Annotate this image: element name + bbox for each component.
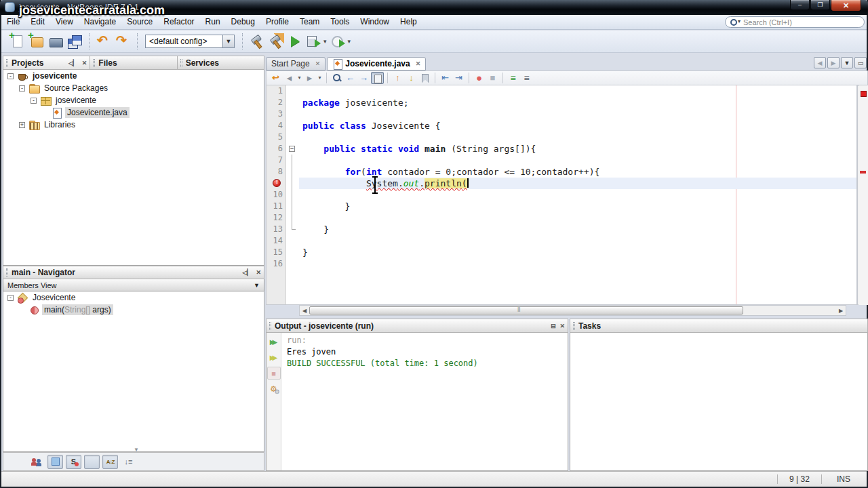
tree-item[interactable]: -josevicente bbox=[3, 94, 264, 106]
code-line[interactable]: 3 bbox=[267, 108, 856, 120]
open-project-icon[interactable] bbox=[47, 33, 64, 49]
expand-icon[interactable]: + bbox=[19, 122, 25, 128]
profile-icon[interactable] bbox=[330, 33, 347, 49]
sort-source-filter-icon[interactable] bbox=[121, 455, 136, 469]
fold-collapse-icon[interactable]: − bbox=[289, 146, 295, 152]
scroll-right-icon[interactable]: ▶ bbox=[827, 57, 840, 68]
next-occurrence-icon[interactable] bbox=[357, 72, 370, 84]
chevron-down-icon[interactable]: ▾ bbox=[323, 38, 327, 45]
error-indicator[interactable] bbox=[861, 91, 867, 97]
minimize-panel-icon[interactable]: ⊟ bbox=[551, 323, 556, 329]
code-line[interactable]: 2package josevicente; bbox=[267, 97, 856, 108]
find-icon[interactable] bbox=[330, 72, 343, 84]
scroll-left-icon[interactable]: ◀ bbox=[814, 57, 826, 68]
back-icon[interactable] bbox=[283, 72, 296, 84]
search-input[interactable]: Search (Ctrl+I) bbox=[743, 18, 792, 26]
non-public-filter-icon[interactable] bbox=[84, 455, 100, 469]
forward-icon[interactable] bbox=[303, 72, 316, 84]
tree-item[interactable]: -josevicente bbox=[3, 70, 264, 82]
menu-help[interactable]: Help bbox=[395, 15, 422, 29]
code-line[interactable]: 1 bbox=[267, 85, 856, 97]
uncomment-icon[interactable] bbox=[520, 72, 533, 84]
maximize-window-icon[interactable]: ▭ bbox=[854, 57, 867, 68]
tree-item[interactable]: +Libraries bbox=[3, 119, 264, 131]
menu-run[interactable]: Run bbox=[200, 15, 226, 29]
close-button[interactable]: ✕ bbox=[831, 0, 861, 12]
code-line[interactable]: 6− public static void main (String args[… bbox=[267, 143, 856, 155]
collapse-icon[interactable]: - bbox=[31, 98, 37, 104]
prev-occurrence-icon[interactable] bbox=[344, 72, 357, 84]
panel-tab-services[interactable]: Services bbox=[177, 56, 264, 70]
shift-left-icon[interactable] bbox=[439, 72, 452, 84]
tab-close-icon[interactable]: ✕ bbox=[416, 60, 421, 67]
static-filter-icon[interactable] bbox=[66, 455, 81, 469]
code-line[interactable]: 12 bbox=[267, 212, 856, 224]
chevron-down-icon[interactable]: ▾ bbox=[317, 72, 323, 84]
run-icon[interactable] bbox=[287, 33, 303, 49]
output-header[interactable]: Output - josevicente (run) ⊟ ✕ bbox=[266, 319, 568, 333]
new-file-icon[interactable] bbox=[9, 33, 26, 49]
code-line[interactable]: 10 bbox=[267, 189, 856, 201]
code-line[interactable]: 4public class Josevicente { bbox=[267, 120, 856, 131]
members-view-dropdown[interactable]: Members View ▼ bbox=[3, 279, 264, 291]
comment-icon[interactable] bbox=[507, 72, 519, 84]
scroll-left-icon[interactable]: ◀ bbox=[300, 306, 309, 315]
code-line[interactable]: 15} bbox=[267, 247, 856, 258]
code-line[interactable]: 13 } bbox=[267, 224, 856, 235]
tasks-header[interactable]: Tasks bbox=[570, 319, 868, 333]
new-project-icon[interactable] bbox=[28, 33, 45, 49]
undo-icon[interactable] bbox=[96, 33, 112, 49]
menu-window[interactable]: Window bbox=[355, 15, 395, 29]
prev-bookmark-icon[interactable] bbox=[391, 72, 404, 84]
code-line[interactable]: 7 bbox=[267, 155, 856, 166]
menu-profile[interactable]: Profile bbox=[260, 15, 294, 29]
tab-close-icon[interactable]: ✕ bbox=[315, 60, 321, 67]
menu-debug[interactable]: Debug bbox=[226, 15, 260, 29]
editor-tab-start-page[interactable]: Start Page✕ bbox=[266, 57, 326, 70]
collapse-grip-icon[interactable]: ▼ bbox=[134, 447, 139, 453]
next-bookmark-icon[interactable] bbox=[405, 72, 418, 84]
minimize-button[interactable]: – bbox=[790, 0, 810, 10]
close-panel-icon[interactable]: ✕ bbox=[82, 60, 87, 66]
sort-alpha-filter-icon[interactable] bbox=[102, 455, 118, 469]
horizontal-scrollbar[interactable]: ◀ ▶ bbox=[299, 305, 846, 316]
navigator-header[interactable]: main - Navigator ◁▏ ✕ bbox=[3, 266, 264, 279]
editor-tab-josevicente-java[interactable]: Josevicente.java✕ bbox=[327, 57, 426, 70]
build-icon[interactable] bbox=[249, 33, 265, 49]
collapse-icon[interactable]: - bbox=[7, 73, 14, 79]
maximize-button[interactable]: ❐ bbox=[810, 0, 830, 10]
debug-icon[interactable] bbox=[306, 33, 322, 49]
code-line[interactable]: 5 bbox=[267, 131, 856, 143]
tab-list-icon[interactable]: ▼ bbox=[841, 57, 853, 68]
error-line-mark[interactable] bbox=[860, 171, 866, 174]
collapse-icon[interactable]: - bbox=[7, 295, 14, 301]
stop-icon[interactable] bbox=[267, 367, 281, 380]
horizontal-scroll-thumb[interactable] bbox=[309, 306, 743, 314]
clean-build-icon[interactable] bbox=[268, 33, 284, 49]
toggle-highlight-icon[interactable] bbox=[371, 72, 384, 84]
error-stripe[interactable] bbox=[859, 85, 868, 305]
code-editor[interactable]: 12package josevicente;34public class Jos… bbox=[266, 85, 857, 305]
chevron-down-icon[interactable]: ▾ bbox=[348, 38, 351, 45]
minimize-panel-icon[interactable]: ◁▏ bbox=[243, 269, 252, 276]
menu-team[interactable]: Team bbox=[294, 15, 325, 29]
close-panel-icon[interactable]: ✕ bbox=[256, 269, 261, 276]
shift-right-icon[interactable] bbox=[452, 72, 465, 84]
last-edit-icon[interactable] bbox=[269, 72, 282, 84]
code-line[interactable]: 8 for(int contador = 0;contador <= 10;co… bbox=[267, 166, 856, 178]
tree-item[interactable]: -Source Packages bbox=[3, 82, 264, 94]
toggle-bookmark-icon[interactable] bbox=[418, 72, 431, 84]
scroll-right-icon[interactable]: ▶ bbox=[836, 306, 846, 315]
chevron-down-icon[interactable]: ▼ bbox=[223, 35, 235, 48]
fields-filter-icon[interactable] bbox=[47, 455, 63, 469]
code-line[interactable]: 11 } bbox=[267, 201, 856, 212]
redo-icon[interactable] bbox=[115, 33, 131, 49]
save-all-icon[interactable] bbox=[66, 33, 83, 49]
close-panel-icon[interactable]: ✕ bbox=[559, 323, 565, 329]
panel-tab-files[interactable]: Files bbox=[90, 56, 176, 70]
ant-settings-icon[interactable] bbox=[267, 382, 281, 395]
collapse-icon[interactable]: - bbox=[19, 85, 25, 92]
tree-item[interactable]: main(String[] args) bbox=[3, 304, 264, 316]
code-line[interactable]: System.out.println( bbox=[267, 178, 856, 189]
menu-tools[interactable]: Tools bbox=[325, 15, 355, 29]
